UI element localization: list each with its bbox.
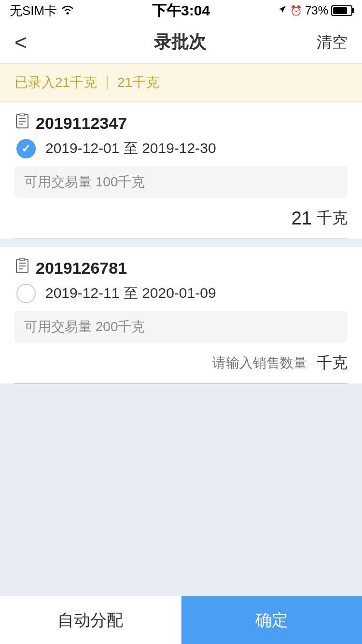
svg-point-0 <box>67 12 69 14</box>
batch-item-1: 2019112347 2019-12-01 至 2019-12-30 可用交易量… <box>0 102 362 198</box>
batch-1-unit: 千克 <box>317 208 348 229</box>
batch-2-select-row: 2019-12-11 至 2020-01-09 <box>14 283 348 303</box>
back-button[interactable]: < <box>14 30 43 55</box>
batch-1-quantity-row: 千克 <box>0 198 362 238</box>
status-right: ⏰ 73% <box>278 4 352 17</box>
nav-bar: < 录批次 清空 <box>0 21 362 64</box>
battery-percent: 73% <box>305 4 328 17</box>
auto-distribute-button[interactable]: 自动分配 <box>0 596 181 644</box>
clear-button[interactable]: 清空 <box>317 32 348 53</box>
batch-2-icon <box>14 258 30 278</box>
battery-icon <box>331 5 352 16</box>
batch-1-quantity-input[interactable] <box>235 208 312 229</box>
recorded-value: 21千克 <box>117 73 159 92</box>
batch-1-icon <box>14 113 30 133</box>
svg-rect-10 <box>20 258 25 261</box>
batch-2-date: 2019-12-11 至 2020-01-09 <box>45 283 216 303</box>
batch-item-2: 2019126781 2019-12-11 至 2020-01-09 可用交易量… <box>0 247 362 343</box>
batch-2-quantity-input[interactable] <box>162 355 307 371</box>
alarm-icon: ⏰ <box>290 5 302 16</box>
batch-2-radio[interactable] <box>16 284 36 303</box>
batch-2-id: 2019126781 <box>36 259 127 278</box>
location-icon <box>278 4 287 17</box>
info-divider <box>107 76 108 89</box>
batch-2-quantity-row: 千克 <box>0 343 362 383</box>
recorded-label: 已录入21千克 <box>14 73 97 92</box>
sim-text: 无SIM卡 <box>10 2 57 19</box>
batch-1-header: 2019112347 <box>14 113 348 133</box>
section-divider-1 <box>0 239 362 247</box>
status-bar: 无SIM卡 下午3:04 ⏰ 73% <box>0 0 362 21</box>
batch-2-unit: 千克 <box>317 352 348 374</box>
batch-1-select-row: 2019-12-01 至 2019-12-30 <box>14 139 348 158</box>
svg-rect-5 <box>20 113 25 116</box>
wifi-icon <box>61 3 74 18</box>
batch-1-date: 2019-12-01 至 2019-12-30 <box>45 139 216 158</box>
page-title: 录批次 <box>154 30 206 54</box>
batch-1-id: 2019112347 <box>36 114 127 133</box>
batch-2-available: 可用交易量 200千克 <box>14 311 348 343</box>
confirm-button[interactable]: 确定 <box>181 596 362 644</box>
batch-2-header: 2019126781 <box>14 258 348 278</box>
info-banner: 已录入21千克 21千克 <box>0 64 362 102</box>
batch-1-radio[interactable] <box>16 139 36 158</box>
footer: 自动分配 确定 <box>0 596 362 644</box>
batch-1-available: 可用交易量 100千克 <box>14 166 348 198</box>
status-time: 下午3:04 <box>152 1 210 21</box>
status-left: 无SIM卡 <box>10 2 74 19</box>
